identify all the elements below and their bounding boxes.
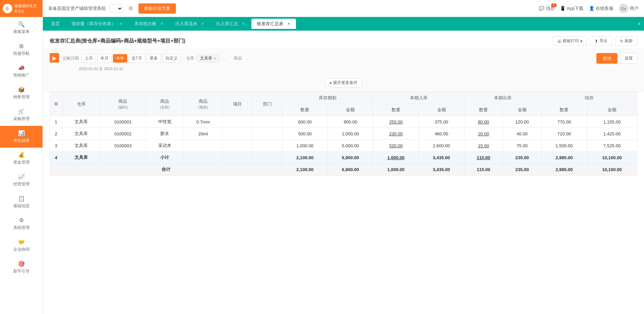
sidebar-item-purchase[interactable]: 🛒采购管理 (0, 104, 43, 126)
print-button[interactable]: 🖨 模板打印 ▾ (553, 36, 587, 46)
date-btn-this-year[interactable]: 本年 (113, 54, 127, 63)
sidebar-item-quick-nav[interactable]: ⊞快捷导航 (0, 39, 43, 61)
settings-icon: ⚙ (54, 101, 58, 106)
cell-in-amt-1: 460.00 (419, 128, 464, 140)
basic-info-icon: 📋 (18, 195, 25, 202)
table-row: 1 文具库 0100001 中性笔 0.7mm 600.00 900.00 25… (50, 116, 637, 128)
sidebar-item-system[interactable]: ⚙系统管理 (0, 213, 43, 235)
settings-button[interactable]: 设置 (620, 53, 637, 64)
sidebar-item-operations[interactable]: 📈经营管理 (0, 169, 43, 191)
user-avatar: Ea (619, 4, 628, 13)
cell-in-qty-0[interactable]: 250.00 (373, 116, 419, 128)
close-all-tab-button[interactable]: × (637, 21, 641, 27)
tab-close-in-out-summary[interactable]: × (242, 21, 245, 26)
date-btn-custom[interactable]: 自定义 (162, 54, 181, 63)
col-dept-header: 部门 (252, 92, 282, 116)
in-qty-link-2[interactable]: 520.00 (389, 143, 403, 148)
date-btn-this-month[interactable]: 本月 (97, 54, 112, 63)
out-qty-link-1[interactable]: 20.00 (478, 131, 489, 136)
cell-seq-1: 2 (50, 128, 62, 140)
tab-batch-ledger[interactable]: 库存批次账× (129, 19, 169, 29)
experience-button[interactable]: 体验行业方案 (138, 3, 176, 14)
sidebar-item-search[interactable]: 🔍搜索菜单 (0, 17, 43, 39)
cell-dept-2 (252, 140, 282, 152)
warehouse-tag-remove[interactable]: × (214, 56, 216, 61)
cell-out-qty-3[interactable]: 115.00 (464, 152, 503, 164)
tab-in-out-summary[interactable]: 出入库汇总× (211, 19, 251, 29)
message-icon: 💬 (539, 6, 544, 11)
quick-nav-icon: ⊞ (19, 43, 23, 49)
cell-name-2: 采访本 (146, 140, 184, 152)
cell-spec-3 (184, 152, 222, 164)
sidebar-label-quick-nav: 快捷导航 (13, 51, 30, 56)
tab-inventory-dist[interactable]: 现存量（库存分布表）× (66, 19, 128, 29)
sidebar-label-system: 系统管理 (13, 225, 30, 231)
page-header: 收发存汇总表(按仓库+商品编码+商品+规格型号+项目+部门) 🖨 模板打印 ▾ … (43, 31, 644, 49)
tab-recv-send-summary[interactable]: 收发存汇总表× (251, 19, 296, 29)
tab-in-out-flow[interactable]: 出入库流水× (170, 19, 210, 29)
in-qty-link-0[interactable]: 250.00 (389, 119, 403, 125)
cell-out-qty-2[interactable]: 15.00 (464, 140, 503, 152)
messages-item[interactable]: 💬 消息 6 (539, 5, 555, 12)
gear-icon[interactable]: ⚙ (128, 5, 133, 12)
export-icon: ⬆ (595, 39, 598, 44)
tab-label-recv-send-summary: 收发存汇总表 (257, 21, 283, 27)
date-btn-prev-month[interactable]: 上月 (82, 54, 96, 63)
col-settings-header[interactable]: ⚙ (50, 92, 62, 116)
sidebar: 6 畅捷通好生意 标准版 🔍搜索菜单⊞快捷导航📣营销推广📦销售管理🛒采购管理📊库… (0, 0, 43, 314)
sidebar-item-marketing[interactable]: 📣营销推广 (0, 61, 43, 82)
sidebar-item-sales[interactable]: 📦销售管理 (0, 82, 43, 104)
cell-in-qty-3[interactable]: 1,000.00 (373, 152, 419, 164)
date-btn-7days[interactable]: 近7天 (129, 54, 145, 63)
table-row: 3 文具库 0100003 采访本 1,000.00 5,000.00 520.… (50, 140, 637, 152)
warehouse-filter-dots[interactable]: ... (222, 56, 228, 61)
tab-close-in-out-flow[interactable]: × (201, 21, 204, 26)
cell-opening-amt-2: 5,000.00 (328, 140, 373, 152)
online-service-item[interactable]: 👤 在线客服 (589, 5, 613, 12)
sidebar-label-operations: 经营管理 (13, 181, 30, 187)
query-button[interactable]: 查询 (596, 53, 617, 64)
sidebar-label-finance: 资金管理 (13, 160, 30, 165)
date-btn-more[interactable]: 更多 (147, 54, 161, 63)
user-item[interactable]: Ea 用户 (619, 4, 639, 13)
sidebar-label-marketing: 营销推广 (13, 72, 30, 78)
inventory-icon: 📊 (18, 130, 25, 136)
sidebar-item-basic-info[interactable]: 📋基础信息 (0, 191, 43, 213)
refresh-button[interactable]: ↻ 刷新 (615, 36, 637, 46)
sidebar-label-collaboration: 企业协同 (13, 247, 30, 252)
goods-filter-dots[interactable]: ... (244, 56, 250, 61)
in-qty-link-1[interactable]: 230.00 (389, 131, 403, 136)
sidebar-item-inventory[interactable]: 📊库存核算 (0, 126, 43, 148)
col-opening-group: 库存期初 (282, 92, 373, 104)
expand-conditions-button[interactable]: ▾ 展开更多条件 (325, 78, 362, 87)
cell-opening-qty-2: 1,000.00 (282, 140, 328, 152)
system-select[interactable] (110, 4, 123, 13)
app-download-item[interactable]: 📱 App下载 (560, 5, 583, 12)
table-area: ⚙ 仓库 商品(编码) 商品(名称) 商品(规格) 项目 部门 库存期初 本期入… (43, 92, 644, 314)
sub-out-qty[interactable]: 115.00 (477, 155, 490, 160)
sidebar-item-newbie[interactable]: 🎯新手引导 (0, 257, 43, 278)
print-label: 模板打印 (563, 38, 579, 44)
tab-close-inventory-dist[interactable]: × (119, 21, 123, 26)
cell-code-0: 0100001 (100, 116, 146, 128)
col-out-group: 本期出库 (464, 92, 541, 104)
cell-out-qty-0[interactable]: 80.00 (464, 116, 503, 128)
export-button[interactable]: ⬆ 导出 (590, 36, 612, 46)
tab-close-recv-send-summary[interactable]: × (287, 21, 291, 26)
marketing-icon: 📣 (18, 65, 25, 71)
sub-in-qty[interactable]: 1,000.00 (387, 155, 404, 160)
collaboration-icon: 🤝 (18, 239, 25, 245)
out-qty-link-2[interactable]: 15.00 (478, 143, 489, 148)
tab-close-batch-ledger[interactable]: × (160, 21, 164, 26)
tab-home[interactable]: 首页 (46, 19, 65, 29)
cell-out-amt-2: 75.00 (503, 140, 542, 152)
filter-toggle-button[interactable]: ▶ (50, 53, 59, 63)
col-project-header: 项目 (222, 92, 252, 116)
cell-out-qty-1[interactable]: 20.00 (464, 128, 503, 140)
cell-in-qty-1[interactable]: 230.00 (373, 128, 419, 140)
sidebar-item-finance[interactable]: 💰资金管理 (0, 148, 43, 169)
out-qty-link-0[interactable]: 80.00 (478, 119, 489, 125)
sales-icon: 📦 (18, 86, 25, 93)
cell-in-qty-2[interactable]: 520.00 (373, 140, 419, 152)
sidebar-item-collaboration[interactable]: 🤝企业协同 (0, 235, 43, 257)
